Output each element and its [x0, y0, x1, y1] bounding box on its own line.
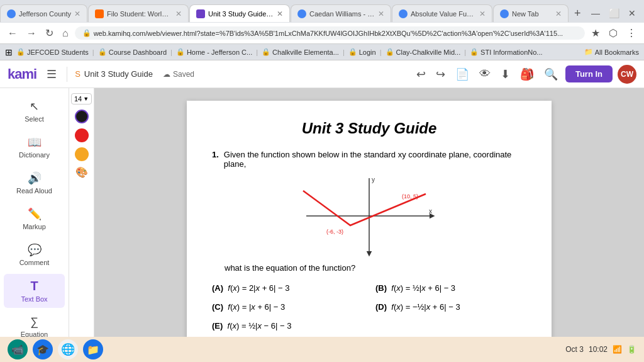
tray-app-classroom[interactable]: 🎓	[33, 339, 53, 359]
classroom-icon: 🎓	[36, 344, 49, 356]
sidebar-item-comment[interactable]: 💬 Comment	[4, 238, 65, 271]
tab-absolute-value[interactable]: Absolute Value Functi... ✕	[392, 4, 492, 22]
font-size-control[interactable]: 14 ▼	[71, 93, 92, 105]
bookmark-icon: 🔒	[262, 48, 270, 56]
select-icon: ↖	[30, 99, 39, 113]
read-aloud-icon: 🔊	[28, 171, 42, 185]
forward-button[interactable]: →	[24, 26, 39, 40]
download-button[interactable]: ⬇	[498, 65, 513, 84]
system-tray: 📹 🎓 🌐 📁 Oct 3 10:02 📶 🔋	[0, 337, 644, 362]
palette-icon[interactable]: 🎨	[75, 166, 88, 178]
sidebar-label: Comment	[19, 259, 50, 266]
tab-label: Jefferson County	[19, 10, 71, 18]
bookmark-clay-chalkville[interactable]: 🔒 Clay-Chalkville Mid...	[386, 48, 461, 56]
tray-app-meet[interactable]: 📹	[8, 339, 28, 359]
tab-close-icon[interactable]: ✕	[74, 9, 80, 18]
saved-label: Saved	[173, 70, 194, 79]
sidebar-label: Read Aloud	[16, 187, 52, 195]
tab-close-icon[interactable]: ✕	[378, 9, 384, 18]
url-box[interactable]: 🔒 web.kamihq.com/web/viewer.html?state=%…	[75, 26, 585, 40]
home-button[interactable]: ⌂	[60, 26, 71, 40]
question-1: 1. Given the function shown below in the…	[212, 150, 526, 169]
tab-new-tab[interactable]: New Tab ✕	[493, 4, 569, 22]
sidebar-toggle-button[interactable]: ☰	[44, 65, 59, 84]
bookmark-home-jefferson[interactable]: 🔒 Home - Jefferson C...	[176, 48, 252, 56]
chrome-icon: 🌐	[61, 342, 75, 356]
choice-a: (A) f(x) = 2|x + 6| − 3	[212, 280, 350, 297]
tab-label: Unit 3 Study Guide | S...	[208, 10, 274, 18]
bookmark-icon: 🔒	[16, 48, 25, 56]
content-area: Unit 3 Study Guide 1. Given the function…	[94, 88, 644, 362]
menu-button[interactable]: ⋮	[624, 26, 639, 40]
turn-in-button[interactable]: Turn In	[565, 65, 613, 82]
tab-close-icon[interactable]: ✕	[479, 9, 486, 18]
view-button[interactable]: 👁	[477, 65, 493, 83]
bookmark-chalkville[interactable]: 🔒 Chalkville Elementa...	[262, 48, 339, 56]
new-tab-button[interactable]: +	[569, 7, 586, 20]
svg-text:(-6, -3): (-6, -3)	[326, 229, 343, 235]
tray-right: Oct 3 10:02 📶 🔋	[565, 345, 636, 354]
bookmark-icon: 🔒	[386, 48, 394, 56]
sidebar-item-text-box[interactable]: T Text Box	[4, 274, 65, 308]
sidebar-item-read-aloud[interactable]: 🔊 Read Aloud	[4, 166, 65, 200]
restore-button[interactable]: ⬜	[606, 7, 623, 20]
bookmark-course-dashboard[interactable]: 🔒 Course Dashboard	[98, 48, 167, 56]
bookmark-all[interactable]: 📁 All Bookmarks	[584, 48, 639, 56]
color-swatch-red[interactable]	[75, 128, 89, 142]
bookmark-star-button[interactable]: ★	[589, 26, 602, 40]
markup-icon: ✏️	[28, 207, 42, 221]
tray-date: Oct 3	[565, 345, 584, 354]
lock-icon: 🔒	[82, 29, 91, 37]
tray-app-files[interactable]: 📁	[83, 339, 103, 359]
bookmark-icon: 🔒	[98, 48, 107, 56]
tab-caedan[interactable]: Caedan Williams - Un... ✕	[291, 4, 391, 22]
avatar[interactable]: CW	[618, 65, 636, 84]
sidebar-item-dictionary[interactable]: 📖 Dictionary	[4, 130, 65, 164]
question-number: 1.	[212, 150, 219, 169]
tab-study-guide[interactable]: Unit 3 Study Guide | S... ✕	[189, 4, 290, 22]
tab-close-icon[interactable]: ✕	[555, 9, 562, 18]
svg-text:(10, 5): (10, 5)	[402, 193, 418, 200]
share-button[interactable]: 🎒	[518, 65, 536, 84]
sidebar-item-markup[interactable]: ✏️ Markup	[4, 202, 65, 235]
undo-button[interactable]: ↩	[414, 65, 428, 84]
dictionary-icon: 📖	[28, 135, 42, 149]
tab-close-icon[interactable]: ✕	[175, 9, 182, 18]
sidebar-label: Text Box	[21, 295, 47, 303]
extensions-button[interactable]: ⬡	[606, 26, 620, 40]
app-bar-tools: ↩ ↪ 📄 👁 ⬇ 🎒 🔍 Turn In CW	[414, 65, 636, 84]
doc-title-area: S Unit 3 Study Guide	[75, 69, 153, 79]
answer-choices: (A) f(x) = 2|x + 6| − 3 (B) f(x) = ½|x +…	[212, 280, 526, 334]
tab-label: Filo Student: World's C...	[107, 10, 172, 18]
search-button[interactable]: 🔍	[541, 65, 560, 84]
back-button[interactable]: ←	[5, 26, 20, 40]
redo-button[interactable]: ↪	[433, 65, 448, 84]
sidebar-label: Markup	[23, 223, 46, 230]
browser-chrome: Jefferson County ✕ Filo Student: World's…	[0, 0, 644, 60]
bookmark-icon: 🔒	[470, 48, 479, 56]
bookmark-icon: 🔒	[176, 48, 185, 56]
browser-controls: — ⬜ ✕	[588, 7, 644, 20]
tray-app-chrome[interactable]: 🌐	[58, 339, 78, 359]
bookmark-bar: ⊞ 🔒 JEFCOED Students | 🔒 Course Dashboar…	[0, 44, 644, 60]
bookmark-jefcoed[interactable]: 🔒 JEFCOED Students	[16, 48, 89, 56]
choice-c: (C) f(x) = |x + 6| − 3	[212, 299, 350, 315]
tab-bar: Jefferson County ✕ Filo Student: World's…	[0, 0, 644, 23]
tab-jefferson-county[interactable]: Jefferson County ✕	[0, 4, 87, 22]
graph-container: x y (10, 5) (-6, -3)	[212, 175, 526, 257]
color-swatch-orange[interactable]	[75, 147, 89, 161]
refresh-button[interactable]: ↻	[43, 26, 56, 40]
divider	[67, 67, 67, 82]
sidebar-item-select[interactable]: ↖ Select	[4, 94, 65, 128]
bookmark-sti[interactable]: 🔒 STI InformationNo...	[470, 48, 542, 56]
close-button[interactable]: ✕	[625, 7, 639, 20]
comment-icon: 💬	[28, 243, 42, 257]
kami-logo: kami	[8, 66, 36, 82]
document-button[interactable]: 📄	[453, 65, 472, 84]
bookmark-login[interactable]: 🔒 Login	[348, 48, 376, 56]
minimize-button[interactable]: —	[588, 7, 603, 20]
apps-icon: ⊞	[5, 47, 13, 57]
tab-close-icon[interactable]: ✕	[277, 9, 283, 18]
tab-filo[interactable]: Filo Student: World's C... ✕	[88, 4, 189, 22]
color-swatch-black[interactable]	[75, 110, 89, 123]
